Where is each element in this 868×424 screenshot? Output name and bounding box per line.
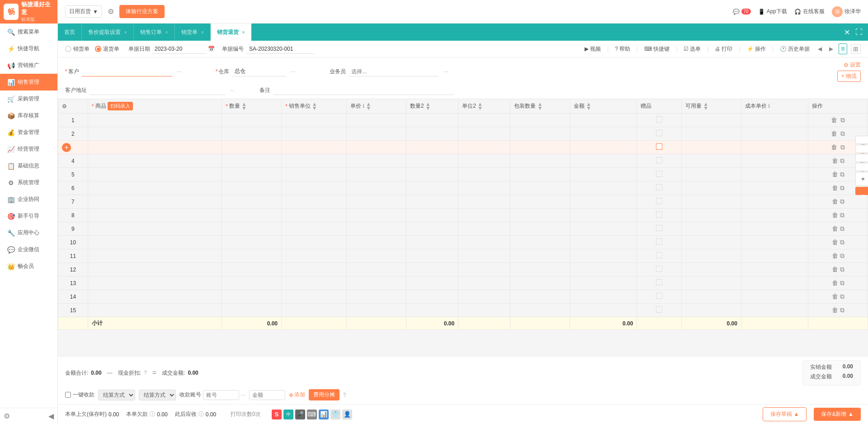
row-qty-3[interactable] [222, 141, 282, 154]
account-input[interactable] [203, 390, 239, 400]
tab-close-icon[interactable]: × [165, 30, 168, 35]
add-row-button[interactable]: + [62, 143, 71, 152]
add-cost-button[interactable]: ⊕ 添加 [289, 391, 305, 399]
radio-sales-delivery[interactable]: 销货单 [65, 45, 90, 53]
app-download-group[interactable]: 📱 App下载 [758, 8, 787, 15]
sidebar-item-enterprise[interactable]: 🏢 企业协同 [0, 191, 57, 208]
delete-row-btn[interactable]: 🗑 [830, 115, 838, 124]
sidebar-item-vip[interactable]: 👑 畅会员 [0, 258, 57, 275]
delete-row-btn[interactable]: 🗑 [831, 197, 839, 206]
number-input[interactable] [246, 44, 314, 54]
row-amount-3[interactable] [570, 141, 637, 154]
row-goods-input-3[interactable] [92, 144, 218, 151]
row-qty2-3[interactable] [406, 141, 458, 154]
copy-row-btn[interactable]: ⧉ [839, 278, 845, 288]
shortcut-btn[interactable]: ⌨ 快捷键 [642, 44, 672, 54]
help-circle-icon[interactable]: ? [144, 370, 147, 376]
prev-icon[interactable]: ◀ [816, 45, 824, 53]
tab-home[interactable]: 首页 [58, 24, 82, 41]
row-cost-1[interactable] [741, 114, 808, 127]
video-btn[interactable]: ▶ 视频 [582, 44, 604, 54]
tab-close-icon[interactable]: × [124, 30, 127, 35]
tab-sales-delivery[interactable]: 销货单 × [175, 24, 211, 41]
address-dots-icon[interactable]: ··· [230, 87, 234, 94]
table-settings-icon[interactable]: ⚙ [62, 103, 67, 110]
message-group[interactable]: 💬 70 [733, 9, 751, 15]
tab-price-settings[interactable]: 售价提取设置 × [82, 24, 134, 41]
delete-row-btn[interactable]: 🗑 [830, 143, 838, 152]
delete-row-btn[interactable]: 🗑 [831, 251, 839, 260]
icon-person[interactable]: 👤 [342, 410, 352, 419]
daily-select[interactable]: 日用百货 ▼ [65, 5, 102, 18]
sidebar-item-search[interactable]: 🔍 搜索菜单 [0, 24, 57, 40]
right-panel-btn-star[interactable]: ★ [855, 172, 868, 186]
row-available-3[interactable] [682, 141, 741, 154]
right-panel-btn-sign[interactable]: 签 [855, 145, 868, 153]
row-goods-2[interactable] [88, 127, 222, 141]
delete-row-btn[interactable]: 🗑 [831, 265, 839, 274]
scan-button[interactable]: 扫码录入 [108, 102, 133, 110]
date-input[interactable] [152, 44, 206, 54]
delete-row-btn[interactable]: 🗑 [831, 224, 839, 233]
row-qty2-2[interactable] [406, 127, 458, 141]
help-btn[interactable]: ? 帮助 [612, 44, 633, 54]
delete-row-btn[interactable]: 🗑 [831, 156, 839, 165]
tab-close-active-icon[interactable]: × [242, 30, 245, 35]
tab-sales-order[interactable]: 销售订单 × [134, 24, 175, 41]
logistics-button[interactable]: + 物流 [837, 71, 861, 82]
row-gift-3[interactable] [637, 141, 682, 154]
row-qty-1[interactable] [222, 114, 282, 127]
sidebar-collapse-icon[interactable]: ◀ [48, 412, 54, 420]
row-qty-2[interactable] [222, 127, 282, 141]
row-unit2-1[interactable] [458, 114, 510, 127]
copy-row-btn[interactable]: ⧉ [839, 238, 845, 247]
cost-info-icon[interactable]: ℹ [768, 103, 770, 109]
delete-row-btn[interactable]: 🗑 [830, 129, 838, 138]
row-available-2[interactable] [682, 127, 741, 141]
price-info-icon[interactable]: ℹ [363, 103, 364, 109]
row-amount-1[interactable] [570, 114, 637, 127]
sidebar-item-system[interactable]: ⚙ 系统管理 [0, 174, 57, 191]
sidebar-item-finance[interactable]: 💰 资金管理 [0, 124, 57, 141]
tab-maximize-button[interactable]: ⛶ [854, 27, 864, 37]
copy-row-btn[interactable]: ⧉ [840, 129, 846, 138]
address-input[interactable] [90, 86, 225, 95]
row-goods-3[interactable] [88, 141, 222, 154]
row-amount-2[interactable] [570, 127, 637, 141]
row-gift-1[interactable] [637, 114, 682, 127]
delete-row-btn[interactable]: 🗑 [831, 278, 839, 287]
note-input[interactable] [273, 86, 454, 95]
row-gift-2[interactable] [637, 127, 682, 141]
tab-sales-return[interactable]: 销货退货 × [211, 24, 252, 41]
delete-row-btn[interactable]: 🗑 [831, 305, 839, 314]
sidebar-item-inventory[interactable]: 📦 库存核算 [0, 107, 57, 124]
next-icon[interactable]: ▶ [827, 45, 835, 53]
row-unit-2[interactable] [282, 127, 347, 141]
icon-shirt[interactable]: 👕 [330, 410, 340, 419]
sidebar-item-wechat[interactable]: 💬 企业微信 [0, 241, 57, 258]
customer-input[interactable] [82, 67, 172, 76]
radio-sales-return[interactable]: 退货单 [95, 45, 119, 53]
one-click-pay-check[interactable] [65, 392, 71, 398]
footer-help-icon[interactable]: ? [343, 392, 346, 398]
card-view-icon[interactable]: ⊞ [851, 44, 861, 54]
one-click-pay-checkbox[interactable]: 一键收款 [65, 391, 94, 399]
save-new-button[interactable]: 保存&新增 ▲ [814, 408, 861, 421]
row-pkg-3[interactable] [510, 141, 570, 154]
sidebar-item-sales[interactable]: 📊 销售管理 [0, 74, 57, 91]
staff-dots-icon[interactable]: ··· [443, 68, 448, 75]
copy-row-btn[interactable]: ⧉ [840, 115, 846, 125]
user-info[interactable]: 徐 徐泽华 [832, 6, 861, 17]
row-price-2[interactable] [347, 127, 406, 141]
copy-row-btn[interactable]: ⧉ [839, 210, 845, 220]
delete-row-btn[interactable]: 🗑 [831, 183, 839, 192]
select-btn[interactable]: ☑ 选单 [681, 44, 703, 54]
row-available-1[interactable] [682, 114, 741, 127]
copy-row-btn[interactable]: ⧉ [839, 197, 845, 206]
icon-mic[interactable]: 🎤 [295, 410, 305, 419]
copy-row-btn[interactable]: ⧉ [839, 251, 845, 261]
save-draft-button[interactable]: 保存草稿 ▲ [763, 407, 807, 421]
icon-cn[interactable]: 中 [283, 410, 293, 419]
staff-input[interactable] [349, 67, 439, 76]
settlement-select[interactable]: 结算方式 [98, 390, 135, 400]
